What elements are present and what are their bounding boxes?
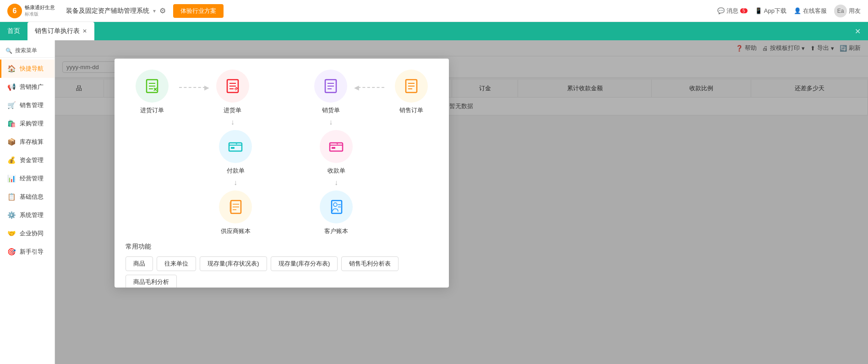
search-icon: 🔍 bbox=[5, 48, 12, 54]
sidebar-item-inventory[interactable]: 📦 库存核算 bbox=[0, 133, 55, 151]
sidebar-item-collab[interactable]: 🤝 企业协同 bbox=[0, 224, 55, 243]
common-functions-title: 常用功能 bbox=[126, 243, 438, 251]
logo-icon: 6 bbox=[7, 4, 22, 18]
gear-icon[interactable]: ⚙ bbox=[159, 6, 166, 15]
sidebar-item-label: 快捷导航 bbox=[20, 65, 44, 73]
sidebar-item-label: 采购管理 bbox=[20, 120, 44, 128]
customer-ledger-icon bbox=[320, 190, 353, 223]
svg-point-30 bbox=[333, 203, 337, 206]
svg-text:¥: ¥ bbox=[235, 141, 238, 146]
sales-icon: 🛒 bbox=[7, 101, 16, 110]
sidebar-search[interactable]: 🔍 搜索菜单 bbox=[0, 44, 55, 58]
purchase-order-icon bbox=[136, 70, 169, 103]
app-download-button[interactable]: 📱 App下载 bbox=[755, 7, 786, 15]
flow-node-purchase-order[interactable]: 进货订单 bbox=[126, 70, 179, 114]
message-button[interactable]: 💬 消息 5 bbox=[717, 7, 748, 15]
tab-bar: 首页 销售订单执行表 ✕ ✕ bbox=[0, 22, 868, 40]
sidebar-item-label: 新手引导 bbox=[20, 248, 44, 256]
purchase-icon bbox=[216, 70, 249, 103]
tab-home[interactable]: 首页 bbox=[0, 22, 27, 40]
sidebar-item-finance[interactable]: 💰 资金管理 bbox=[0, 151, 55, 169]
top-header: 6 畅康通好生意 标准版 装备及固定资产辅助管理系统 ▾ ⚙ 体验行业方案 💬 … bbox=[0, 0, 868, 22]
sidebar-item-label: 经营管理 bbox=[20, 174, 44, 183]
marketing-icon: 📢 bbox=[7, 82, 16, 92]
app-download-label: App下载 bbox=[764, 7, 786, 15]
payment-icon: ¥ bbox=[219, 130, 252, 163]
avatar: Ea bbox=[834, 5, 847, 17]
flow-node-purchase[interactable]: 进货单 bbox=[206, 70, 259, 114]
purchase-label: 进货单 bbox=[224, 106, 241, 114]
svg-text:¥: ¥ bbox=[336, 141, 338, 146]
system-title: 装备及固定资产辅助管理系统 bbox=[66, 7, 149, 15]
logo-text-block: 畅康通好生意 标准版 bbox=[25, 4, 55, 17]
tab-sales-order[interactable]: 销售订单执行表 ✕ bbox=[27, 22, 94, 40]
svg-rect-25 bbox=[229, 202, 231, 212]
popup-overlay[interactable]: 进货订单 ▶ 进货单 bbox=[55, 40, 868, 364]
tab-close-icon[interactable]: ✕ bbox=[82, 28, 87, 34]
tab-bar-close-icon[interactable]: ✕ bbox=[855, 27, 861, 36]
service-icon: 👤 bbox=[794, 7, 801, 14]
logo-number: 6 bbox=[13, 7, 17, 15]
sidebar-item-operations[interactable]: 📊 经营管理 bbox=[0, 169, 55, 188]
common-btn-stock-dist[interactable]: 现存量(库存分布表) bbox=[271, 256, 338, 271]
sidebar-item-basic-info[interactable]: 📋 基础信息 bbox=[0, 188, 55, 206]
supplier-ledger-label: 供应商账本 bbox=[221, 227, 251, 235]
tab-home-label: 首页 bbox=[7, 27, 20, 35]
receipt-icon: ¥ bbox=[320, 130, 353, 163]
message-badge: 5 bbox=[740, 8, 748, 13]
operations-icon: 📊 bbox=[7, 174, 16, 183]
message-label: 消息 bbox=[726, 7, 738, 15]
svg-rect-22 bbox=[332, 147, 335, 149]
download-icon: 📱 bbox=[755, 7, 762, 14]
flow-node-receipt[interactable]: ¥ 收款单 bbox=[309, 130, 364, 175]
logo-subtitle: 标准版 bbox=[25, 11, 55, 17]
main-layout: 🔍 搜索菜单 🏠 快捷导航 📢 营销推广 🛒 销售管理 🛍️ 采购管理 📦 库存… bbox=[0, 40, 868, 364]
sidebar-search-label: 搜索菜单 bbox=[15, 47, 37, 54]
sidebar-item-marketing[interactable]: 📢 营销推广 bbox=[0, 78, 55, 96]
flow-node-payment[interactable]: ¥ 付款单 bbox=[208, 130, 263, 175]
sales-label: 销货单 bbox=[322, 106, 340, 114]
experience-button[interactable]: 体验行业方案 bbox=[173, 4, 224, 18]
popup-box: 进货订单 ▶ 进货单 bbox=[115, 59, 449, 288]
sales-order-label: 销售订单 bbox=[399, 106, 423, 114]
user-area[interactable]: Ea 用友 bbox=[834, 5, 861, 17]
finance-icon: 💰 bbox=[7, 156, 16, 165]
header-title-area: 装备及固定资产辅助管理系统 ▾ ⚙ 体验行业方案 bbox=[66, 4, 717, 18]
flow-node-sales-order[interactable]: 销售订单 bbox=[384, 70, 438, 114]
common-btn-product-margin[interactable]: 商品毛利分析 bbox=[126, 275, 177, 288]
common-btn-partner[interactable]: 往来单位 bbox=[157, 256, 196, 271]
common-functions-section: 常用功能 商品 往来单位 现存量(库存状况表) 现存量(库存分布表) 销售毛利分… bbox=[126, 243, 438, 288]
sidebar-item-quick-nav[interactable]: 🏠 快捷导航 bbox=[0, 60, 55, 78]
flow-node-sales[interactable]: 销货单 bbox=[304, 70, 358, 114]
common-btn-sales-margin[interactable]: 销售毛利分析表 bbox=[341, 256, 399, 271]
purchase-order-label: 进货订单 bbox=[140, 106, 164, 114]
basic-info-icon: 📋 bbox=[7, 192, 16, 201]
online-service-button[interactable]: 👤 在线客服 bbox=[794, 7, 827, 15]
flow-node-customer-ledger[interactable]: 客户账本 bbox=[309, 190, 364, 235]
flow-node-supplier-ledger[interactable]: 供应商账本 bbox=[208, 190, 263, 235]
sidebar-item-label: 库存核算 bbox=[20, 138, 44, 146]
sidebar: 🔍 搜索菜单 🏠 快捷导航 📢 营销推广 🛒 销售管理 🛍️ 采购管理 📦 库存… bbox=[0, 40, 55, 364]
message-icon: 💬 bbox=[717, 7, 725, 14]
online-service-label: 在线客服 bbox=[803, 7, 827, 15]
common-btn-product[interactable]: 商品 bbox=[126, 256, 153, 271]
sidebar-item-label: 企业协同 bbox=[20, 229, 44, 238]
tab-sales-order-label: 销售订单执行表 bbox=[35, 27, 80, 35]
sidebar-item-label: 营销推广 bbox=[20, 83, 44, 91]
svg-rect-18 bbox=[231, 147, 235, 149]
sales-icon bbox=[314, 70, 347, 103]
common-btn-stock-status[interactable]: 现存量(库存状况表) bbox=[200, 256, 267, 271]
supplier-ledger-icon bbox=[219, 190, 252, 223]
logo-area: 6 畅康通好生意 标准版 bbox=[7, 4, 62, 18]
sidebar-item-system[interactable]: ⚙️ 系统管理 bbox=[0, 206, 55, 224]
sidebar-item-purchase[interactable]: 🛍️ 采购管理 bbox=[0, 114, 55, 133]
system-icon: ⚙️ bbox=[7, 211, 16, 220]
sales-order-icon bbox=[395, 70, 428, 103]
dropdown-arrow-icon[interactable]: ▾ bbox=[153, 8, 156, 14]
quick-nav-icon: 🏠 bbox=[7, 64, 16, 73]
sidebar-item-label: 资金管理 bbox=[20, 156, 44, 164]
customer-ledger-label: 客户账本 bbox=[324, 227, 348, 235]
user-label: 用友 bbox=[849, 7, 861, 15]
sidebar-item-sales[interactable]: 🛒 销售管理 bbox=[0, 96, 55, 114]
sidebar-item-guide[interactable]: 🎯 新手引导 bbox=[0, 243, 55, 261]
